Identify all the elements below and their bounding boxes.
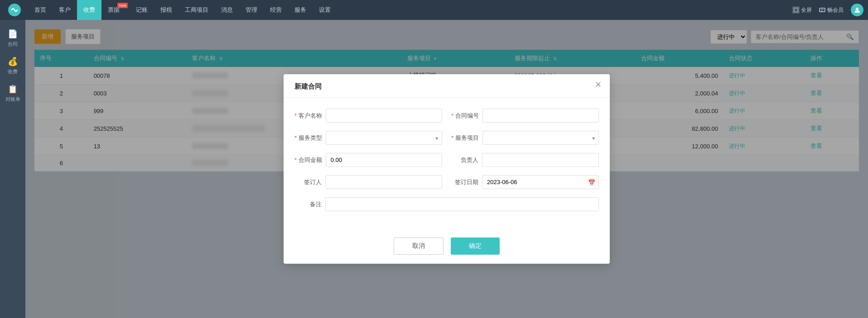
- nav-invoice[interactable]: 票据 new: [101, 0, 130, 20]
- nav-business[interactable]: 工商项目: [178, 0, 215, 20]
- svg-rect-4: [797, 11, 799, 13]
- service-type-select-wrap: [326, 131, 442, 145]
- sidebar-item-reconcile[interactable]: 📋 对账单: [0, 80, 25, 107]
- form-row-2: 服务类型 服务项目: [294, 131, 599, 145]
- sign-date-label: 签订日期: [451, 178, 478, 186]
- new-badge: new: [117, 3, 128, 8]
- field-service-type: 服务类型: [294, 131, 442, 145]
- member-button[interactable]: 畅会员: [819, 6, 844, 14]
- new-contract-modal: 新建合同 ✕ 客户名称 合同编号 服务类型: [284, 74, 610, 264]
- reconcile-icon: 📋: [8, 84, 18, 94]
- field-contract-no: 合同编号: [451, 109, 599, 123]
- service-item-select[interactable]: [482, 131, 599, 145]
- nav-service[interactable]: 服务: [288, 0, 313, 20]
- amount-input[interactable]: [326, 153, 442, 167]
- form-row-4: 签订人 签订日期 📅: [294, 175, 599, 189]
- field-service-item: 服务项目: [451, 131, 599, 145]
- calendar-icon[interactable]: 📅: [588, 179, 595, 185]
- modal-footer: 取消 确定: [284, 230, 610, 264]
- nav-operation[interactable]: 经营: [264, 0, 288, 20]
- client-label: 客户名称: [294, 112, 322, 120]
- top-navigation: 首页 客户 收费 票据 new 记账 报税 工商项目 消息 管理 经营 服务 设…: [0, 0, 868, 20]
- nav-manage[interactable]: 管理: [239, 0, 264, 20]
- service-type-select[interactable]: [326, 131, 442, 145]
- owner-input[interactable]: [482, 153, 599, 167]
- fullscreen-button[interactable]: 全屏: [793, 6, 812, 14]
- service-item-label: 服务项目: [451, 134, 479, 142]
- owner-label: 负责人: [451, 156, 478, 164]
- nav-message[interactable]: 消息: [215, 0, 239, 20]
- sidebar-item-billing[interactable]: 💰 收费: [0, 52, 25, 80]
- contract-icon: 📄: [8, 29, 18, 39]
- form-row-3: 合同金额 负责人: [294, 153, 599, 167]
- form-row-1: 客户名称 合同编号: [294, 109, 599, 123]
- field-note: 备注: [294, 197, 599, 211]
- logo[interactable]: [5, 0, 24, 20]
- sign-date-wrap: 📅: [482, 175, 599, 189]
- note-label: 备注: [294, 200, 322, 209]
- modal-header: 新建合同 ✕: [284, 74, 610, 98]
- sidebar-item-contract[interactable]: 📄 合同: [0, 24, 25, 52]
- field-sign-date: 签订日期 📅: [451, 175, 599, 189]
- avatar[interactable]: [851, 4, 863, 16]
- confirm-button[interactable]: 确定: [451, 237, 500, 255]
- field-owner: 负责人: [451, 153, 599, 167]
- svg-rect-1: [793, 7, 795, 9]
- svg-rect-5: [820, 8, 825, 12]
- cancel-button[interactable]: 取消: [394, 237, 444, 255]
- nav-billing[interactable]: 收费: [77, 0, 101, 20]
- svg-rect-2: [797, 7, 799, 9]
- note-input[interactable]: [325, 197, 599, 211]
- modal-title: 新建合同: [294, 82, 322, 90]
- signer-label: 签订人: [294, 178, 322, 186]
- sidebar: 📄 合同 💰 收费 📋 对账单: [0, 20, 25, 318]
- modal-overlay: 新建合同 ✕ 客户名称 合同编号 服务类型: [25, 20, 868, 318]
- nav-ledger[interactable]: 记账: [130, 0, 154, 20]
- signer-input[interactable]: [325, 175, 442, 189]
- service-type-label: 服务类型: [294, 134, 322, 142]
- nav-settings[interactable]: 设置: [313, 0, 337, 20]
- nav-customer[interactable]: 客户: [53, 0, 77, 20]
- field-client: 客户名称: [294, 109, 442, 123]
- field-amount: 合同金额: [294, 153, 442, 167]
- svg-rect-3: [793, 11, 795, 13]
- form-row-5: 备注: [294, 197, 599, 211]
- modal-body: 客户名称 合同编号 服务类型: [284, 98, 610, 230]
- nav-home[interactable]: 首页: [28, 0, 53, 20]
- nav-tax[interactable]: 报税: [154, 0, 178, 20]
- contract-no-label: 合同编号: [451, 112, 479, 120]
- modal-close-button[interactable]: ✕: [595, 81, 602, 89]
- field-signer: 签订人: [294, 175, 442, 189]
- contract-no-input[interactable]: [482, 109, 599, 123]
- billing-icon: 💰: [8, 57, 18, 66]
- amount-label: 合同金额: [294, 156, 322, 164]
- service-item-select-wrap: [482, 131, 599, 145]
- sign-date-input[interactable]: [482, 175, 599, 189]
- client-input[interactable]: [326, 109, 442, 123]
- nav-right-actions: 全屏 畅会员: [793, 4, 863, 16]
